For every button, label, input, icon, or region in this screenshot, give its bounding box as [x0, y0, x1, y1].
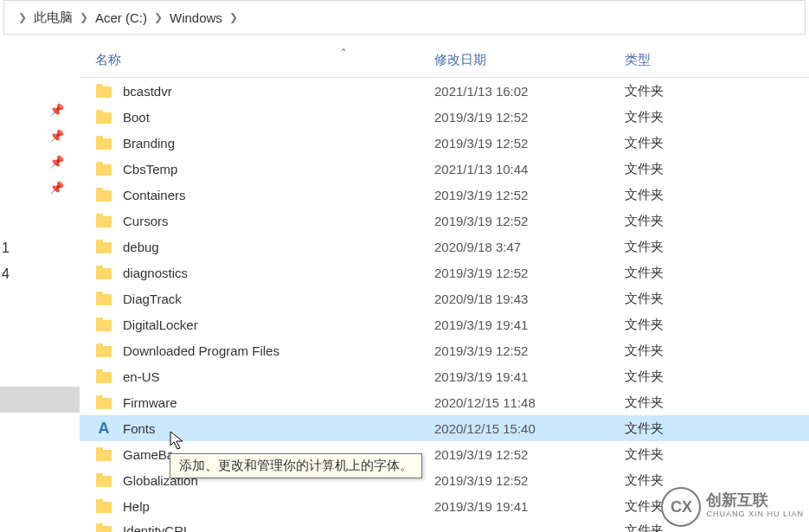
file-type: 文件夹 — [625, 394, 789, 411]
file-row[interactable]: DigitalLocker2019/3/19 19:41文件夹 — [80, 311, 809, 337]
pin-icon: 📌 — [49, 155, 64, 169]
file-type: 文件夹 — [625, 213, 789, 229]
file-row[interactable]: en-US2019/3/19 19:41文件夹 — [80, 363, 809, 389]
folder-icon — [95, 109, 112, 125]
file-date: 2019/3/19 19:41 — [434, 499, 625, 514]
sort-indicator-icon: ⌃ — [339, 47, 348, 59]
folder-icon — [95, 135, 112, 151]
breadcrumb-windows[interactable]: Windows — [170, 10, 222, 25]
file-row[interactable]: Firmware2020/12/15 11:48文件夹 — [80, 389, 809, 415]
file-date: 2019/3/19 12:52 — [434, 447, 625, 462]
file-row[interactable]: AFonts2020/12/15 15:40文件夹 — [80, 415, 809, 441]
pin-icon: 📌 — [49, 181, 64, 195]
file-date: 2019/3/19 19:41 — [434, 369, 625, 384]
file-type: 文件夹 — [625, 472, 789, 489]
file-date: 2019/3/19 12:52 — [434, 266, 625, 280]
pin-icon: 📌 — [49, 103, 64, 117]
folder-icon — [95, 265, 112, 280]
folder-icon — [95, 472, 112, 488]
file-name: DiagTrack — [123, 292, 182, 306]
folder-icon — [95, 369, 112, 384]
file-row[interactable]: debug2020/9/18 3:47文件夹 — [80, 234, 809, 260]
sidebar: 📌 📌 📌 📌 1 4 — [0, 47, 80, 532]
file-type: 文件夹 — [625, 239, 789, 255]
col-type-header[interactable]: 类型 — [625, 52, 651, 67]
file-date: 2021/1/13 16:02 — [434, 84, 625, 99]
file-type: 文件夹 — [625, 109, 789, 125]
file-name: Fonts — [123, 421, 156, 436]
file-type: 文件夹 — [625, 369, 789, 385]
file-name: Firmware — [123, 395, 177, 410]
column-headers: 名称 ⌃ 修改日期 类型 — [80, 43, 809, 78]
file-name: Cursors — [123, 214, 169, 228]
file-date: 2020/9/18 19:43 — [434, 292, 625, 306]
file-date: 2020/9/18 3:47 — [434, 240, 625, 254]
col-date-header[interactable]: 修改日期 — [434, 52, 486, 67]
file-row[interactable]: Branding2019/3/19 12:52文件夹 — [80, 130, 809, 156]
folder-icon — [95, 213, 112, 228]
file-date: 2020/12/15 15:40 — [434, 421, 625, 436]
file-name: diagnostics — [123, 266, 188, 280]
file-name: bcastdvr — [123, 84, 172, 99]
folder-icon — [95, 343, 112, 358]
file-type: 文件夹 — [625, 446, 789, 463]
sidebar-pin-item[interactable]: 📌 — [0, 175, 80, 201]
file-date: 2019/3/19 12:52 — [434, 110, 625, 125]
tooltip-text: 添加、更改和管理你的计算机上的字体。 — [179, 458, 413, 472]
file-name: Boot — [123, 110, 150, 125]
chevron-right-icon: ❯ — [18, 11, 27, 23]
file-name: en-US — [123, 369, 160, 384]
file-type: 文件夹 — [625, 265, 789, 281]
sidebar-pin-item[interactable]: 📌 — [0, 123, 80, 149]
watermark-brand: 创新互联 — [706, 493, 804, 507]
col-name-header[interactable]: 名称 — [95, 52, 121, 68]
file-type: 文件夹 — [625, 83, 789, 99]
tooltip: 添加、更改和管理你的计算机上的字体。 — [170, 453, 422, 478]
file-row[interactable]: CbsTemp2021/1/13 10:44文件夹 — [80, 156, 809, 182]
sidebar-item-selected[interactable] — [0, 387, 80, 413]
watermark: CX 创新互联 CHUANG XIN HU LIAN — [661, 487, 804, 527]
file-name: IdentityCRL — [123, 523, 190, 533]
chevron-right-icon: ❯ — [154, 11, 163, 23]
breadcrumb-this-pc[interactable]: 此电脑 — [34, 10, 73, 26]
file-date: 2019/3/19 12:52 — [434, 473, 625, 488]
pin-icon: 📌 — [49, 129, 64, 143]
fonts-icon: A — [95, 420, 112, 436]
folder-icon — [95, 446, 112, 462]
chevron-right-icon: ❯ — [229, 11, 238, 23]
folder-icon — [95, 83, 112, 99]
file-name: GameBa — [123, 447, 174, 462]
file-type: 文件夹 — [625, 343, 789, 359]
sidebar-pin-item[interactable]: 📌 — [0, 149, 80, 175]
file-date: 2020/12/15 11:48 — [434, 395, 625, 410]
watermark-logo: CX — [661, 487, 701, 527]
file-type: 文件夹 — [625, 317, 789, 333]
file-row[interactable]: Downloaded Program Files2019/3/19 12:52文… — [80, 337, 809, 363]
file-row[interactable]: Cursors2019/3/19 12:52文件夹 — [80, 208, 809, 234]
file-row[interactable]: DiagTrack2020/9/18 19:43文件夹 — [80, 285, 809, 311]
file-date: 2021/1/13 10:44 — [434, 162, 625, 176]
file-type: 文件夹 — [625, 161, 789, 177]
folder-icon — [95, 394, 112, 410]
file-type: 文件夹 — [625, 291, 789, 307]
breadcrumb[interactable]: ❯ 此电脑 ❯ Acer (C:) ❯ Windows ❯ — [3, 0, 806, 35]
chevron-right-icon: ❯ — [80, 11, 88, 23]
file-row[interactable]: Boot2019/3/19 12:52文件夹 — [80, 104, 809, 130]
file-name: CbsTemp — [123, 162, 177, 176]
breadcrumb-drive-c[interactable]: Acer (C:) — [95, 10, 147, 25]
folder-icon — [95, 317, 112, 332]
file-name: Downloaded Program Files — [123, 343, 279, 358]
file-name: DigitalLocker — [123, 317, 198, 332]
sidebar-pin-item[interactable]: 📌 — [0, 97, 80, 123]
file-date: 2019/3/19 12:52 — [434, 188, 625, 202]
sidebar-item[interactable]: 4 — [0, 261, 80, 287]
file-date: 2019/3/19 12:52 — [434, 214, 625, 228]
folder-icon — [95, 522, 112, 532]
file-date: 2019/3/19 12:52 — [434, 343, 625, 358]
sidebar-item[interactable]: 1 — [0, 235, 80, 261]
folder-icon — [95, 291, 112, 306]
file-row[interactable]: bcastdvr2021/1/13 16:02文件夹 — [80, 78, 809, 104]
file-row[interactable]: diagnostics2019/3/19 12:52文件夹 — [80, 260, 809, 285]
file-row[interactable]: Containers2019/3/19 12:52文件夹 — [80, 182, 809, 208]
file-type: 文件夹 — [625, 420, 789, 437]
